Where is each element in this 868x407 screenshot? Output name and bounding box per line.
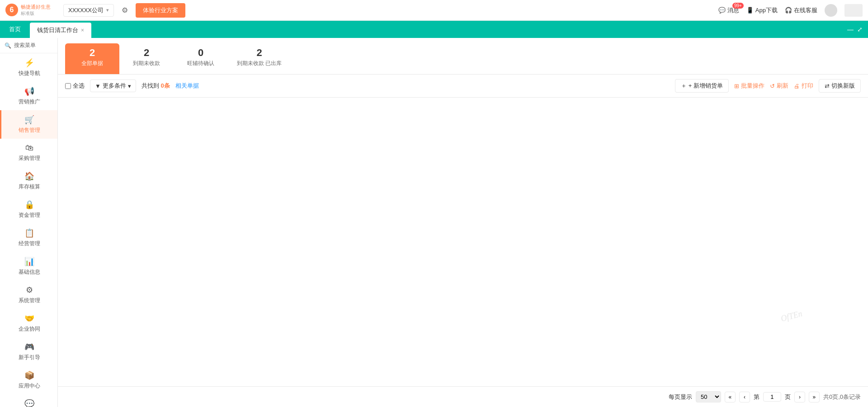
summary-count-wangwang: 0 — [183, 47, 219, 59]
summary-label-overdue-shipped: 到期未收款 已出库 — [237, 60, 282, 67]
sidebar-item-purchase[interactable]: 🛍 采购管理 — [0, 139, 57, 167]
app-download-icon: 📱 — [746, 7, 754, 14]
summary-count-overdue-shipped: 2 — [237, 47, 282, 59]
prev-page-button[interactable]: ‹ — [739, 392, 750, 402]
summary-tab-wangwang[interactable]: 0 旺辅待确认 — [174, 43, 228, 74]
next-page-button[interactable]: › — [794, 392, 805, 402]
toolbar-right: ＋ + 新增销货单 ⊞ 批量操作 ↺ 刷新 🖨 打印 ⇄ 切换新版 — [675, 79, 861, 93]
sidebar-item-capital[interactable]: 🔒 资金管理 — [0, 195, 57, 224]
per-page-select[interactable]: 50 100 200 — [696, 391, 721, 402]
experience-button[interactable]: 体验行业方案 — [136, 3, 185, 18]
top-nav: 6 畅捷通好生意 标准版 XXXXXX公司 ▾ ⚙ 体验行业方案 💬 消息 99… — [0, 0, 868, 21]
sidebar-label-basic-info: 基础信息 — [19, 268, 40, 276]
add-icon: ＋ — [681, 82, 687, 90]
sidebar-item-app-center[interactable]: 📦 应用中心 — [0, 366, 57, 394]
tab-minimize-button[interactable]: — — [847, 26, 854, 33]
sidebar-label-quick-nav: 快捷导航 — [19, 70, 40, 77]
sidebar: 🔍 搜索菜单 ⚡ 快捷导航 📢 营销推广 🛒 销售管理 🛍 采购管理 🏠 库存核… — [0, 38, 58, 407]
refresh-label: 刷新 — [777, 82, 788, 90]
sidebar-item-sales[interactable]: 🛒 销售管理 — [0, 110, 57, 139]
summary-tab-all[interactable]: 2 全部单据 — [65, 43, 119, 74]
batch-operation-button[interactable]: ⊞ 批量操作 — [734, 82, 764, 90]
logo-subtitle: 标准版 — [21, 10, 51, 17]
refresh-icon: ↺ — [770, 83, 775, 89]
tab-bar: 首页 钱货日清工作台 × — ⤢ — [0, 21, 868, 38]
marketing-icon: 📢 — [24, 86, 34, 96]
summary-count-overdue: 2 — [128, 47, 165, 59]
sidebar-label-system: 系统管理 — [19, 297, 40, 304]
sidebar-item-marketing[interactable]: 📢 营销推广 — [0, 82, 57, 110]
tab-home[interactable]: 首页 — [0, 21, 30, 38]
inventory-icon: 🏠 — [24, 171, 34, 181]
print-icon: 🖨 — [794, 83, 800, 89]
toolbar: 全选 ▼ 更多条件 ▾ 共找到 0条 相关单据 ＋ + 新增销货单 ⊞ 批量操作 — [58, 75, 868, 98]
company-dropdown-icon: ▾ — [106, 7, 109, 13]
online-service-button[interactable]: 🎧 在线客服 — [785, 6, 817, 14]
sidebar-item-system[interactable]: ⚙ 系统管理 — [0, 281, 57, 309]
switch-new-version-button[interactable]: ⇄ 切换新版 — [819, 79, 861, 93]
sidebar-label-marketing: 营销推广 — [19, 98, 40, 106]
sidebar-item-quick-nav[interactable]: ⚡ 快捷导航 — [0, 53, 57, 82]
sidebar-label-sales: 销售管理 — [19, 126, 40, 134]
avatar[interactable] — [825, 4, 837, 17]
sidebar-item-wecom[interactable]: 💬 企业微信 — [0, 394, 57, 407]
found-count: 0条 — [161, 82, 170, 89]
first-page-button[interactable]: « — [725, 392, 736, 402]
settings-button[interactable]: ⚙ — [118, 3, 132, 18]
page-input[interactable] — [763, 392, 781, 402]
online-service-label: 在线客服 — [794, 6, 817, 14]
related-link[interactable]: 相关单据 — [175, 82, 199, 90]
sidebar-label-enterprise: 企业协同 — [19, 325, 40, 333]
logo-text: 畅捷通好生意 标准版 — [21, 4, 51, 16]
switch-icon: ⇄ — [825, 83, 830, 89]
select-all-input[interactable] — [65, 83, 71, 89]
purchase-icon: 🛍 — [25, 143, 33, 153]
system-icon: ⚙ — [26, 285, 33, 295]
sidebar-search[interactable]: 🔍 搜索菜单 — [0, 38, 57, 53]
search-icon: 🔍 — [5, 42, 11, 49]
sidebar-item-guide[interactable]: 🎮 新手引导 — [0, 337, 57, 366]
message-button[interactable]: 💬 消息 99+ — [718, 6, 739, 14]
last-page-button[interactable]: » — [809, 392, 820, 402]
print-button[interactable]: 🖨 打印 — [794, 82, 813, 90]
select-all-label: 全选 — [73, 82, 85, 90]
message-icon: 💬 — [718, 7, 726, 14]
total-info: 共0页,0条记录 — [823, 393, 861, 401]
summary-count-all: 2 — [74, 47, 110, 59]
filter-button[interactable]: ▼ 更多条件 ▾ — [90, 80, 136, 92]
company-selector[interactable]: XXXXXX公司 ▾ — [63, 4, 114, 17]
tab-expand-button[interactable]: ⤢ — [857, 26, 863, 33]
sidebar-item-enterprise[interactable]: 🤝 企业协同 — [0, 309, 57, 337]
sidebar-label-app-center: 应用中心 — [19, 382, 40, 390]
tab-active-label: 钱货日清工作台 — [37, 26, 78, 34]
sidebar-label-operations: 经营管理 — [19, 240, 40, 248]
headset-icon: 🎧 — [785, 7, 792, 14]
sidebar-item-operations[interactable]: 📋 经营管理 — [0, 224, 57, 252]
guide-icon: 🎮 — [24, 342, 34, 352]
add-label: + 新增销货单 — [689, 82, 723, 90]
app-download-button[interactable]: 📱 App下载 — [746, 6, 778, 14]
tab-close-icon[interactable]: × — [81, 27, 84, 33]
summary-tab-overdue-shipped[interactable]: 2 到期未收款 已出库 — [228, 43, 291, 74]
summary-label-overdue: 到期未收款 — [128, 60, 165, 67]
select-all-checkbox[interactable]: 全选 — [65, 82, 85, 90]
found-text: 共找到 0条 — [142, 82, 170, 90]
content-area: 2 全部单据 2 到期未收款 0 旺辅待确认 2 到期未收款 已出库 全选 — [58, 38, 868, 407]
table-area — [58, 98, 868, 386]
sidebar-label-guide: 新手引导 — [19, 354, 40, 361]
pagination-bar: 每页显示 50 100 200 « ‹ 第 页 › » 共0页,0条记录 — [58, 386, 868, 407]
capital-icon: 🔒 — [24, 200, 34, 210]
sidebar-item-basic-info[interactable]: 📊 基础信息 — [0, 252, 57, 281]
refresh-button[interactable]: ↺ 刷新 — [770, 82, 788, 90]
summary-tab-overdue[interactable]: 2 到期未收款 — [119, 43, 174, 74]
add-sale-order-button[interactable]: ＋ + 新增销货单 — [675, 79, 729, 93]
found-prefix: 共找到 — [142, 82, 159, 89]
sidebar-item-inventory[interactable]: 🏠 库存核算 — [0, 167, 57, 195]
batch-label: 批量操作 — [741, 82, 764, 90]
filter-arrow-icon: ▾ — [128, 83, 131, 89]
per-page-label: 每页显示 — [669, 393, 692, 401]
logo-icon: 6 — [5, 4, 18, 16]
app-center-icon: 📦 — [24, 370, 34, 380]
user-name-area[interactable] — [844, 4, 863, 17]
tab-active[interactable]: 钱货日清工作台 × — [30, 23, 91, 38]
